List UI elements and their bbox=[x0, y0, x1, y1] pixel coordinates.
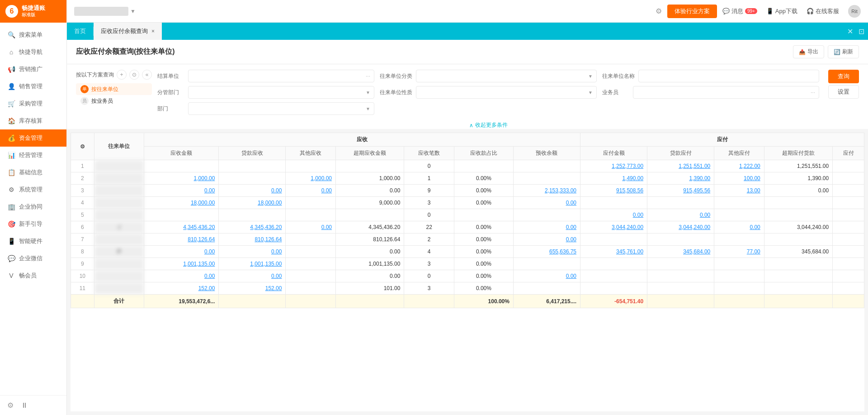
cell-yf-loan[interactable]: 915,495.56 bbox=[647, 185, 714, 197]
sidebar-item-basic[interactable]: 📋 基础信息 bbox=[0, 164, 66, 181]
sidebar-item-member[interactable]: V 畅会员 bbox=[0, 267, 66, 284]
tab-home[interactable]: 首页 bbox=[67, 23, 93, 40]
cell-ys-loan[interactable]: 0.00 bbox=[219, 270, 286, 282]
cell-yf-loan[interactable]: 0.00 bbox=[647, 209, 714, 221]
cell-yf-amt[interactable]: 1,252,773.00 bbox=[580, 160, 647, 172]
cell-ys-amt[interactable]: 1,001,135.00 bbox=[144, 258, 219, 270]
cell-ys-amt[interactable]: 0.00 bbox=[144, 185, 219, 197]
cell-ys-loan[interactable]: 0.00 bbox=[219, 246, 286, 258]
cell-yf-other[interactable] bbox=[714, 282, 764, 295]
cell-yf-other[interactable]: 100.00 bbox=[714, 172, 764, 185]
cell-ys-prepay[interactable]: 2,153,333.00 bbox=[513, 185, 580, 197]
edit-scheme-button[interactable]: ⊙ bbox=[129, 70, 139, 80]
export-button[interactable]: 📤 导出 bbox=[793, 45, 824, 58]
sidebar-item-finance[interactable]: 💰 资金管理 bbox=[0, 129, 66, 147]
cell-ys-prepay[interactable]: 0.00 bbox=[513, 234, 580, 246]
add-scheme-button[interactable]: + bbox=[117, 70, 127, 80]
cell-ys-amt[interactable]: 810,126.64 bbox=[144, 234, 219, 246]
cell-yf-loan[interactable] bbox=[647, 258, 714, 270]
sidebar-item-system[interactable]: ⚙ 系统管理 bbox=[0, 181, 66, 198]
cell-ys-prepay[interactable] bbox=[513, 160, 580, 172]
th-gear[interactable]: ⚙ bbox=[71, 133, 94, 160]
cell-ys-amt[interactable]: 0.00 bbox=[144, 270, 219, 282]
sidebar-item-sales[interactable]: 👤 销售管理 bbox=[0, 78, 66, 95]
cell-ys-amt[interactable]: 18,000.00 bbox=[144, 197, 219, 209]
division-dept-select[interactable]: ▼ bbox=[188, 86, 374, 99]
cell-ys-prepay[interactable] bbox=[513, 172, 580, 185]
cell-yf-other[interactable] bbox=[714, 197, 764, 209]
sidebar-collapse-icon[interactable]: ⏸ bbox=[21, 401, 28, 410]
cell-yf-other[interactable]: 77.00 bbox=[714, 246, 764, 258]
cell-ys-other[interactable] bbox=[286, 160, 336, 172]
table-settings-icon[interactable]: ⚙ bbox=[80, 143, 85, 150]
scheme-by-unit[interactable]: 单 按往来单位 bbox=[76, 83, 152, 95]
user-avatar-button[interactable]: Rit bbox=[848, 5, 861, 18]
salesperson-input[interactable]: ··· bbox=[633, 86, 819, 99]
cell-yf-loan[interactable]: 1,251,551.00 bbox=[647, 160, 714, 172]
cell-ys-prepay[interactable]: 655,636.75 bbox=[513, 246, 580, 258]
cell-ys-other[interactable] bbox=[286, 246, 336, 258]
cell-ys-loan[interactable]: 810,126.64 bbox=[219, 234, 286, 246]
cell-yf-other[interactable] bbox=[714, 258, 764, 270]
dept-select[interactable]: ▼ bbox=[188, 102, 374, 115]
unit-name-input[interactable] bbox=[638, 70, 819, 82]
sidebar-item-nav[interactable]: ⌂ 快捷导航 bbox=[0, 43, 66, 61]
cell-yf-amt[interactable] bbox=[580, 234, 647, 246]
cell-ys-other[interactable] bbox=[286, 197, 336, 209]
collapse-more-button[interactable]: ∧ 收起更多条件 bbox=[157, 119, 819, 129]
cell-ys-amt[interactable]: 152.00 bbox=[144, 282, 219, 295]
cell-ys-prepay[interactable]: 0.00 bbox=[513, 270, 580, 282]
cell-ys-amt[interactable] bbox=[144, 160, 219, 172]
collapse-scheme-button[interactable]: « bbox=[142, 70, 152, 80]
cell-ys-loan[interactable]: 4,345,436.20 bbox=[219, 221, 286, 234]
cell-ys-other[interactable] bbox=[286, 209, 336, 221]
sidebar-item-marketing[interactable]: 📢 营销推广 bbox=[0, 61, 66, 78]
cell-yf-loan[interactable]: 1,390.00 bbox=[647, 172, 714, 185]
cell-ys-loan[interactable] bbox=[219, 172, 286, 185]
cell-ys-loan[interactable]: 18,000.00 bbox=[219, 197, 286, 209]
cell-yf-loan[interactable] bbox=[647, 234, 714, 246]
sidebar-item-hardware[interactable]: 📱 智能硬件 bbox=[0, 233, 66, 250]
cell-ys-prepay[interactable]: 0.00 bbox=[513, 221, 580, 234]
cell-ys-loan[interactable] bbox=[219, 160, 286, 172]
cell-ys-other[interactable] bbox=[286, 258, 336, 270]
cell-yf-other[interactable] bbox=[714, 209, 764, 221]
cell-yf-loan[interactable] bbox=[647, 282, 714, 295]
cell-ys-loan[interactable]: 152.00 bbox=[219, 282, 286, 295]
cell-yf-amt[interactable]: 1,490.00 bbox=[580, 172, 647, 185]
sidebar-item-search[interactable]: 🔍 搜索菜单 bbox=[0, 26, 66, 43]
cell-yf-amt[interactable] bbox=[580, 270, 647, 282]
cell-ys-amt[interactable]: 4,345,436.20 bbox=[144, 221, 219, 234]
refresh-button[interactable]: 🔄 刷新 bbox=[828, 45, 859, 58]
cell-yf-loan[interactable] bbox=[647, 270, 714, 282]
query-button[interactable]: 查询 bbox=[828, 70, 859, 83]
cell-ys-other[interactable] bbox=[286, 270, 336, 282]
sidebar-item-operation[interactable]: 📊 经营管理 bbox=[0, 147, 66, 164]
cell-ys-amt[interactable]: 0.00 bbox=[144, 246, 219, 258]
unit-category-select[interactable]: ▼ bbox=[416, 70, 597, 82]
cell-yf-other[interactable]: 13.00 bbox=[714, 185, 764, 197]
cell-yf-amt[interactable]: 3,044,240.00 bbox=[580, 221, 647, 234]
cell-yf-amt[interactable]: 0.00 bbox=[580, 209, 647, 221]
cell-ys-prepay[interactable] bbox=[513, 209, 580, 221]
app-download-button[interactable]: 📱 App下载 bbox=[766, 7, 797, 15]
cell-ys-loan[interactable] bbox=[219, 209, 286, 221]
tab-close-icon[interactable]: × bbox=[151, 28, 155, 34]
cell-ys-amt[interactable]: 1,000.00 bbox=[144, 172, 219, 185]
table-wrapper[interactable]: ⚙ 往来单位 应收 应付 应收金额 贷款应收 其他应收 超期应收金额 应收笔数 … bbox=[71, 133, 864, 411]
cell-ys-other[interactable]: 1,000.00 bbox=[286, 172, 336, 185]
message-button[interactable]: 💬 消息 99+ bbox=[722, 7, 757, 15]
cell-ys-prepay[interactable]: 0.00 bbox=[513, 197, 580, 209]
sidebar-item-wechat[interactable]: 💬 企业微信 bbox=[0, 250, 66, 267]
cell-ys-loan[interactable]: 0.00 bbox=[219, 185, 286, 197]
scheme-by-salesperson[interactable]: 员 按业务员 bbox=[76, 95, 152, 107]
cell-yf-amt[interactable] bbox=[580, 282, 647, 295]
cell-ys-amt[interactable] bbox=[144, 209, 219, 221]
cell-ys-other[interactable]: 0.00 bbox=[286, 185, 336, 197]
cell-yf-amt[interactable]: 345,761.00 bbox=[580, 246, 647, 258]
cell-yf-loan[interactable]: 345,684.00 bbox=[647, 246, 714, 258]
service-button[interactable]: 🎧 在线客服 bbox=[807, 7, 839, 15]
sidebar-item-purchase[interactable]: 🛒 采购管理 bbox=[0, 95, 66, 112]
setting-button[interactable]: 设置 bbox=[828, 85, 859, 99]
cell-ys-prepay[interactable] bbox=[513, 258, 580, 270]
